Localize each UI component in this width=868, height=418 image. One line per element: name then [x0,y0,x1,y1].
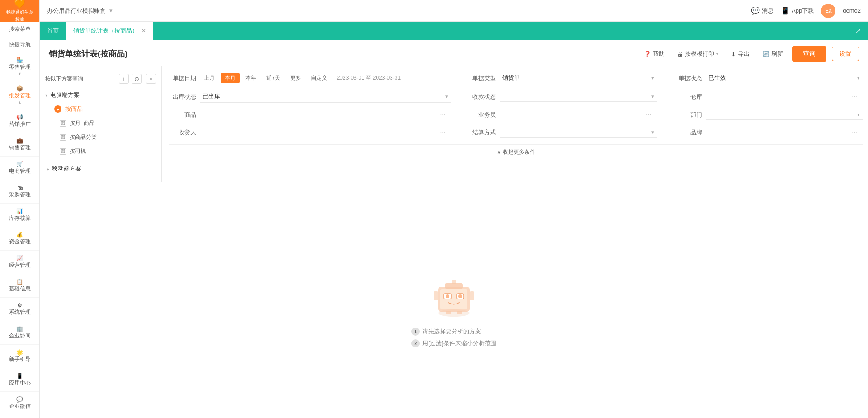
date-btn-7days[interactable]: 近7天 [262,73,284,83]
tab-bar: 首页 销货单统计表（按商品） ✕ ⤢ [40,22,868,40]
doc-type-dropdown-icon[interactable]: ▾ [651,75,654,81]
finance-label: 资金管理 [2,238,37,246]
payment-status-dropdown-icon[interactable]: ▾ [651,94,654,100]
salesperson-control[interactable]: ··· [500,109,656,120]
payment-status-control[interactable]: ▾ [500,92,656,102]
doc-status-dropdown-icon[interactable]: ▾ [857,75,860,81]
brand-control[interactable]: ··· [706,127,863,138]
scheme-settings-btn[interactable]: ⊙ [132,74,142,84]
dept-dropdown-icon[interactable]: ▾ [857,112,860,118]
sidebar-item-ecommerce[interactable]: 🛒 电商管理 [0,157,39,180]
print-btn[interactable]: 🖨 按模板打印 ▾ [674,48,722,60]
sidebar-item-purchase[interactable]: 🛍 采购管理 [0,180,39,204]
print-icon: 🖨 [677,51,683,57]
collapse-bar[interactable]: ∧ 收起更多条件 [169,144,863,160]
app-download-btn[interactable]: 📱 App下载 [781,6,814,15]
appcenter-label: 应用中心 [2,379,37,387]
sidebar-item-marketing[interactable]: 📢 营销推广 [0,109,39,133]
sidebar-item-system[interactable]: ⚙ 系统管理 [0,298,39,321]
quick-nav-item[interactable]: 快捷导航 [0,37,39,52]
recipient-control[interactable]: ··· [200,127,451,138]
appcenter-icon: 📱 [2,373,37,379]
basic-label: 基础信息 [2,285,37,293]
refresh-btn[interactable]: 🔄 刷新 [759,48,787,60]
scheme-group-pc-header[interactable]: ▾ 电脑端方案 [40,88,161,102]
date-btn-this-year[interactable]: 本年 [241,73,260,83]
tab-sales-stat-label: 销货单统计表（按商品） [73,27,138,35]
user-avatar[interactable]: Ea [821,4,835,18]
brand-more-icon[interactable]: ··· [849,128,860,136]
salesperson-more-icon[interactable]: ··· [643,111,654,118]
print-dropdown-icon[interactable]: ▾ [716,52,718,57]
filter-field-payment-status: 收款状态 ▾ [469,92,656,102]
app-download-label: App下载 [792,7,814,15]
svg-rect-12 [457,311,462,314]
date-btn-more[interactable]: 更多 [286,73,305,83]
doc-status-control[interactable]: 已生效 ▾ [706,72,863,84]
system-label: 系统管理 [2,309,37,316]
workspace-dropdown-icon[interactable]: ▾ [109,7,113,14]
scheme-add-btn[interactable]: + [119,74,129,84]
scheme-header-actions: + ⊙ « [119,74,156,84]
username[interactable]: demo2 [843,7,861,14]
by-product-label: 按商品 [65,105,83,113]
app-logo[interactable]: 🧡 畅捷通好生意 标账 [0,0,39,22]
settings-button[interactable]: 设置 [832,47,859,61]
page-actions: ❓ 帮助 🖨 按模板打印 ▾ ⬇ 导出 🔄 刷新 查询 设置 [640,46,859,62]
sidebar-item-member[interactable]: 👤 畅会员 [0,415,39,418]
filter-field-warehouse-status: 出库状态 已出库 ▾ [169,90,451,103]
sidebar-item-enterprise[interactable]: 🏢 企业协同 [0,321,39,345]
sidebar-item-inventory[interactable]: 📊 库存核算 [0,204,39,227]
sidebar-item-appcenter[interactable]: 📱 应用中心 [0,368,39,392]
sidebar-item-operation[interactable]: 📈 经营管理 [0,251,39,274]
tab-sales-stat[interactable]: 销货单统计表（按商品） ✕ [66,22,153,40]
scheme-item-by-month-product[interactable]: 图 按月+商品 [40,116,161,130]
recipient-more-icon[interactable]: ··· [437,128,448,136]
warehouse-status-dropdown-icon[interactable]: ▾ [445,94,448,100]
settlement-control[interactable]: ▾ [500,128,656,138]
message-icon: 💬 [751,6,760,15]
sidebar-item-finance[interactable]: 💰 资金管理 [0,227,39,251]
sidebar-item-wholesale[interactable]: 📦 批发管理 ▴ [0,81,39,109]
refresh-icon: 🔄 [762,51,769,57]
filter-row-3: 商品 ··· 业务员 ··· [169,109,863,120]
by-driver-icon: 图 [60,148,66,155]
help-btn[interactable]: ❓ 帮助 [640,48,668,60]
sidebar-item-sales-manage[interactable]: 💼 销售管理 [0,133,39,157]
sidebar-item-basic[interactable]: 📋 基础信息 [0,274,39,298]
doc-type-control[interactable]: 销货单 ▾ [500,72,656,84]
tab-expand-icon[interactable]: ⤢ [848,27,868,35]
wholesale-expand-icon: ▴ [2,100,37,104]
product-control[interactable]: ··· [200,109,451,120]
warehouse-control[interactable]: ··· [706,91,863,102]
sidebar-item-newuser[interactable]: 🌟 新手引导 [0,345,39,368]
message-btn[interactable]: 💬 消息 [751,6,774,15]
date-btn-last-month[interactable]: 上月 [200,73,219,83]
settlement-dropdown-icon[interactable]: ▾ [651,129,654,135]
filter-row-2: 出库状态 已出库 ▾ 收款状态 ▾ [169,90,863,103]
svg-point-5 [446,294,449,298]
sidebar-item-retail[interactable]: 🏪 零售管理 ▾ [0,52,39,81]
scheme-item-by-driver[interactable]: 图 按司机 [40,144,161,158]
help-icon: ❓ [644,51,651,57]
date-btn-custom[interactable]: 自定义 [307,73,331,83]
tab-home[interactable]: 首页 [40,22,66,40]
export-btn[interactable]: ⬇ 导出 [727,48,753,60]
scheme-item-by-product[interactable]: ● 按商品 [40,102,161,116]
date-btn-this-month[interactable]: 本月 [221,73,240,83]
sidebar-item-enterprise-wechat[interactable]: 💬 企业微信 [0,392,39,415]
scheme-collapse-btn[interactable]: « [146,74,156,84]
search-menu-item[interactable]: 搜索菜单 [0,22,39,37]
product-more-icon[interactable]: ··· [437,111,448,118]
scheme-group-mobile: ▸ 移动端方案 [40,160,161,177]
scheme-group-mobile-header[interactable]: ▸ 移动端方案 [40,162,161,176]
warehouse-status-control[interactable]: 已出库 ▾ [200,90,451,103]
dept-control[interactable]: ▾ [706,110,863,120]
by-product-icon: ● [54,105,61,113]
scheme-item-by-category[interactable]: 图 按商品分类 [40,130,161,144]
tab-close-icon[interactable]: ✕ [142,28,146,34]
warehouse-more-icon[interactable]: ··· [849,93,860,100]
query-button[interactable]: 查询 [792,46,826,62]
doc-status-value: 已生效 [708,74,857,82]
dept-label: 部门 [675,111,702,119]
